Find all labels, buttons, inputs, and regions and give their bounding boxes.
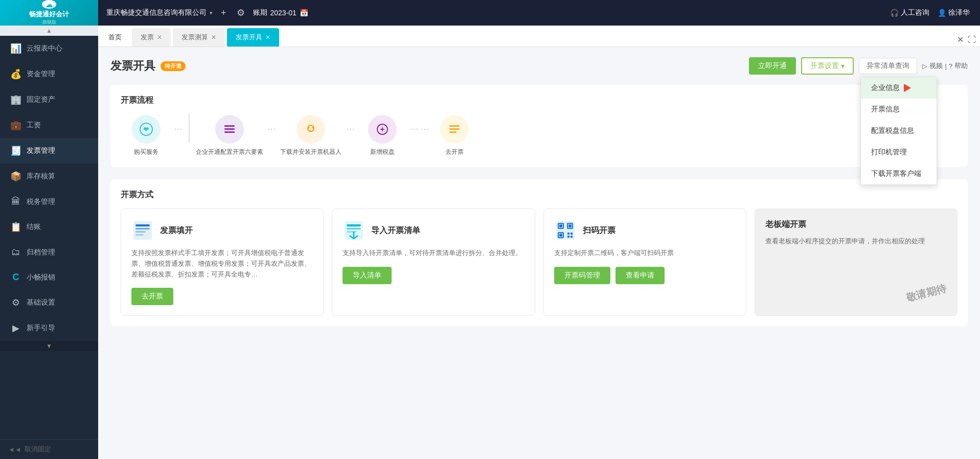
svg-rect-32 [567,236,569,238]
sidebar-item-salary[interactable]: 💼 工资 [0,112,98,138]
method-fill-icon [131,219,154,242]
divider: | [945,62,946,70]
dropdown-item-label: 下载开票客户端 [871,169,921,178]
dropdown-item-printer[interactable]: 打印机管理 [861,142,937,163]
method-fill-header: 发票填开 [131,219,313,242]
tab-close-button[interactable]: ✕ [957,35,964,44]
sidebar-item-guide[interactable]: ▶ 新手引导 [0,315,98,341]
top-bar: ☁ 畅捷通好会计 旗舰版 重庆畅捷交通信息咨询有限公司 ▾ + ⚙ 账期 202… [0,0,980,26]
help-label[interactable]: 帮助 [954,61,968,71]
settings-button[interactable]: 开票设置 ▾ [801,57,854,75]
consultant-button[interactable]: 🎧 人工咨询 [890,8,929,17]
top-right: 🎧 人工咨询 👤 徐泽华 [890,8,980,17]
tab-bar: 首页 发票 ✕ 发票测算 ✕ 发票开具 ✕ ✕ ⛶ [98,26,980,47]
tab-issue[interactable]: 发票开具 ✕ [227,28,279,47]
settings-icon[interactable]: ⚙ [235,5,247,20]
status-badge: 待开通 [161,61,186,71]
sidebar-item-funds[interactable]: 💰 资金管理 [0,61,98,87]
svg-rect-20 [347,228,361,230]
invoice-icon: 🧾 [10,145,21,156]
user-name: 徐泽华 [948,8,970,17]
settings-dropdown-menu: 企业信息 开票信息 配置税盘信息 打印机管理 下载 [860,77,937,185]
sidebar-item-tax[interactable]: 🏛 税务管理 [0,189,98,214]
sidebar-item-invoice[interactable]: 🧾 发票管理 [0,138,98,164]
dropdown-item-label: 打印机管理 [871,148,907,157]
company-selector[interactable]: 重庆畅捷交通信息咨询有限公司 ▾ [106,8,213,17]
reports-icon: 📊 [10,43,21,54]
process-flow: ❤ 购买服务 ··· 企业开通配置开票六要素 ··· [121,114,958,157]
scroll-down-button[interactable]: ▼ [0,341,98,351]
sidebar-item-expense[interactable]: C 小畅报销 [0,265,98,290]
dropdown-item-company[interactable]: 企业信息 [861,77,937,99]
sidebar-item-reports[interactable]: 📊 云报表中心 [0,36,98,61]
settings-button-label: 开票设置 [810,61,839,71]
sidebar-item-label: 小畅报销 [27,273,55,282]
guide-icon: ▶ [10,323,21,334]
sidebar-item-checkout[interactable]: 📋 结账 [0,214,98,240]
dropdown-item-invoice-info[interactable]: 开票信息 [861,99,937,120]
process-step-2: 企业开通配置开票六要素 [194,115,265,156]
abnormal-button[interactable]: 异常清单查询 [859,58,917,74]
tab-calc-label: 发票测算 [181,33,208,42]
dropdown-item-tax-config[interactable]: 配置税盘信息 [861,120,937,142]
sidebar-item-assets[interactable]: 🏢 固定资产 [0,87,98,112]
method-scan-view-button[interactable]: 查看申请 [616,267,665,284]
page-actions: 立即开通 开票设置 ▾ 企业信息 开票信息 [749,57,968,75]
activate-button[interactable]: 立即开通 [749,57,796,75]
method-fill-button[interactable]: 去开票 [131,288,173,305]
process-step-4: + 新增税盘 [357,115,408,156]
tab-maximize-button[interactable]: ⛶ [968,35,976,44]
page-title-text: 发票开具 [110,58,155,74]
sidebar-item-label: 发票管理 [27,146,55,155]
calendar-icon[interactable]: 📅 [300,9,308,17]
step5-icon [440,115,469,144]
cancel-fixed-button[interactable]: ◄◄ 取消固定 [0,439,98,459]
sidebar-item-inventory[interactable]: 📦 库存核算 [0,164,98,189]
tab-invoice-close-icon[interactable]: ✕ [157,34,162,41]
tab-calc[interactable]: 发票测算 ✕ [173,28,225,47]
method-card-boss: 老板端开票 查看老板端小程序提交的开票申请，并作出相应的处理 敬请期待 [755,209,958,316]
method-boss-header: 老板端开票 [765,219,947,230]
sidebar-item-archive[interactable]: 🗂 归档管理 [0,240,98,265]
video-label[interactable]: 视频 [929,61,943,71]
user-profile[interactable]: 👤 徐泽华 [938,8,970,17]
tab-home[interactable]: 首页 [100,28,130,47]
methods-section-wrapper: 开票方式 发票填开 支持按照发票样式手工填开发票；可开具增值税电子普通发票、增值… [110,179,968,326]
method-card-fill: 发票填开 支持按照发票样式手工填开发票；可开具增值税电子普通发票、增值税普通发票… [121,209,324,316]
sidebar-item-settings[interactable]: ⚙ 基础设置 [0,290,98,315]
chevron-down-icon: ▾ [210,10,213,16]
process-divider-1 [189,114,190,143]
svg-rect-2 [224,125,235,127]
add-button[interactable]: + [219,6,229,20]
process-dots: ··· [421,123,429,134]
pin-icon: ◄◄ [8,446,21,453]
logo-icon: ☁ [42,0,56,9]
sidebar-item-label: 归档管理 [27,248,55,257]
inventory-icon: 📦 [10,171,21,182]
dropdown-item-download[interactable]: 下载开票客户端 [861,163,937,185]
method-import-button[interactable]: 导入清单 [343,267,392,284]
tax-icon: 🏛 [10,196,21,207]
sidebar-item-label: 结账 [27,222,41,232]
svg-point-6 [308,127,310,128]
help-icon: ? [949,62,952,70]
tab-issue-close-icon[interactable]: ✕ [265,34,270,41]
tab-calc-close-icon[interactable]: ✕ [211,34,216,41]
scroll-up-icon: ▲ [46,27,52,34]
period-label: 账期 [253,8,267,17]
overlay-text: 敬请期待 [905,281,948,305]
page-content: 发票开具 待开通 立即开通 开票设置 ▾ 企业信息 [98,47,980,459]
scroll-up-button[interactable]: ▲ [0,26,98,36]
method-scan-title: 扫码开票 [583,225,616,236]
checkout-icon: 📋 [10,221,21,233]
method-boss-title: 老板端开票 [765,219,806,230]
method-scan-code-button[interactable]: 开票码管理 [554,267,610,284]
step3-icon [297,115,325,144]
process-title: 开票流程 [121,95,958,106]
funds-icon: 💰 [10,68,21,80]
tab-invoice[interactable]: 发票 ✕ [132,28,171,47]
svg-rect-28 [568,224,572,227]
step5-label: 去开票 [445,148,464,156]
svg-rect-21 [347,231,357,233]
process-arrow-1: ··· [174,123,183,134]
